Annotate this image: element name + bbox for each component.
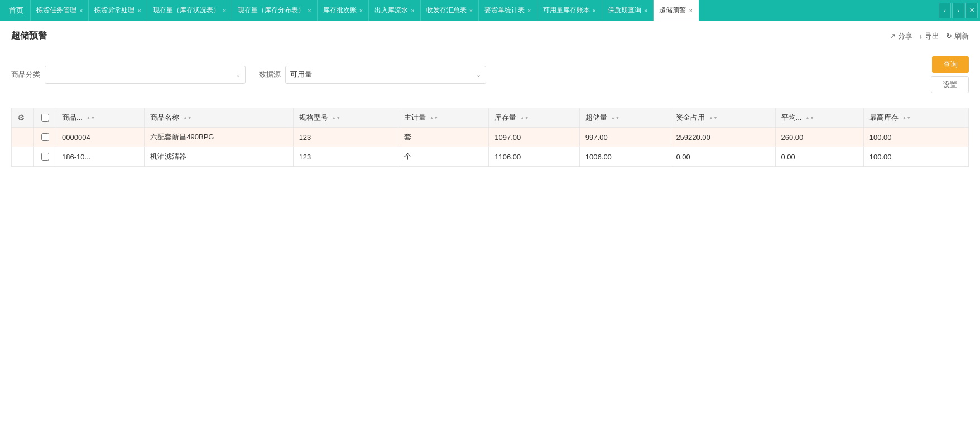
col-gear-header[interactable]: ⚙ xyxy=(12,108,34,128)
gear-icon: ⚙ xyxy=(17,113,25,122)
nav-tab-label: 可用量库存账本 xyxy=(543,6,590,15)
refresh-label: 刷新 xyxy=(954,31,969,41)
cell-spec: 123 xyxy=(293,128,398,147)
select-all-checkbox[interactable] xyxy=(41,114,49,122)
close-tab-icon[interactable]: × xyxy=(137,7,141,14)
table-row: 186-10... 机油滤清器 123 个 1106.00 1006.00 0.… xyxy=(12,147,969,167)
sort-icon6: ▲▼ xyxy=(611,116,619,120)
table-header-row: ⚙ 商品... ▲▼ 商品名称 ▲▼ 规格型号 ▲▼ xyxy=(12,108,969,128)
nav-next-btn[interactable]: › xyxy=(952,3,964,18)
cell-unit: 套 xyxy=(398,128,489,147)
close-tab-icon[interactable]: × xyxy=(644,7,647,14)
cell-avg: 0.00 xyxy=(775,147,863,167)
nav-tab-label: 出入库流水 xyxy=(374,6,408,15)
refresh-btn[interactable]: ↻ 刷新 xyxy=(946,31,969,41)
nav-tab-label: 收发存汇总表 xyxy=(426,6,467,15)
nav-tab-label: 现存量（库存分布表） xyxy=(238,6,305,15)
nav-home-label: 首页 xyxy=(9,6,23,16)
nav-more-btn[interactable]: ✕ xyxy=(965,3,978,18)
data-table: ⚙ 商品... ▲▼ 商品名称 ▲▼ 规格型号 ▲▼ xyxy=(11,108,969,167)
category-select[interactable]: ⌄ xyxy=(45,66,246,84)
nav-arrows: ‹ › ✕ xyxy=(939,3,978,18)
sort-icon: ▲▼ xyxy=(86,116,95,120)
page-header: 超储预警 ↗ 分享 ↓ 导出 ↻ 刷新 xyxy=(11,30,969,42)
col-capital-header[interactable]: 资金占用 ▲▼ xyxy=(670,108,775,128)
close-tab-icon[interactable]: × xyxy=(469,7,473,14)
share-btn[interactable]: ↗ 分享 xyxy=(890,31,912,41)
close-tab-icon[interactable]: × xyxy=(79,7,83,14)
nav-tab-[interactable]: 超储预警× xyxy=(654,0,698,21)
chevron-down-icon: ⌄ xyxy=(236,71,241,79)
nav-tab-[interactable]: 拣货异常处理× xyxy=(89,0,147,21)
cell-max-stock: 100.00 xyxy=(863,128,968,147)
table-row: 0000004 六配套新昌490BPG 123 套 1097.00 997.00… xyxy=(12,128,969,147)
cell-stock: 1097.00 xyxy=(489,128,580,147)
cell-product-code: 0000004 xyxy=(56,128,145,147)
nav-home[interactable]: 首页 xyxy=(2,0,31,21)
col-product-code-header[interactable]: 商品... ▲▼ xyxy=(56,108,145,128)
col-unit-header[interactable]: 主计量 ▲▼ xyxy=(398,108,489,128)
sort-icon2: ▲▼ xyxy=(183,116,192,120)
close-tab-icon[interactable]: × xyxy=(689,7,692,14)
cell-overstock: 997.00 xyxy=(579,128,670,147)
nav-tab-[interactable]: 要货单统计表× xyxy=(479,0,537,21)
settings-button[interactable]: 设置 xyxy=(931,76,969,93)
close-tab-icon[interactable]: × xyxy=(359,7,363,14)
close-tab-icon[interactable]: × xyxy=(411,7,414,14)
cell-product-name: 机油滤清器 xyxy=(145,147,293,167)
cell-max-stock: 100.00 xyxy=(863,147,968,167)
datasource-label: 数据源 xyxy=(259,70,281,80)
sort-icon9: ▲▼ xyxy=(902,116,911,120)
cell-product-name: 六配套新昌490BPG xyxy=(145,128,293,147)
nav-tab-[interactable]: 出入库流水× xyxy=(369,0,420,21)
datasource-select[interactable]: 可用量 ⌄ xyxy=(285,66,486,84)
nav-tab-label: 超储预警 xyxy=(659,6,686,15)
datasource-filter: 数据源 可用量 ⌄ xyxy=(259,66,486,84)
nav-tab-label: 要货单统计表 xyxy=(484,6,525,15)
col-stock-header[interactable]: 库存量 ▲▼ xyxy=(489,108,580,128)
nav-tab-[interactable]: 可用量库存账本× xyxy=(537,0,602,21)
chevron-down-icon2: ⌄ xyxy=(476,71,481,79)
top-navigation: 首页 拣货任务管理×拣货异常处理×现存量（库存状况表）×现存量（库存分布表）×库… xyxy=(0,0,980,21)
filter-buttons: 查询 设置 xyxy=(926,56,969,93)
nav-prev-btn[interactable]: ‹ xyxy=(939,3,951,18)
sort-icon4: ▲▼ xyxy=(429,116,438,120)
nav-tab-[interactable]: 保质期查询× xyxy=(602,0,654,21)
row-gear-cell xyxy=(12,147,34,167)
col-max-stock-header[interactable]: 最高库存 ▲▼ xyxy=(863,108,968,128)
export-label: 导出 xyxy=(925,31,939,41)
close-tab-icon[interactable]: × xyxy=(223,7,226,14)
nav-tab-label: 库存批次账 xyxy=(323,6,357,15)
export-icon: ↓ xyxy=(919,32,923,40)
close-tab-icon[interactable]: × xyxy=(308,7,311,14)
sort-icon7: ▲▼ xyxy=(709,116,718,120)
cell-unit: 个 xyxy=(398,147,489,167)
nav-tab-[interactable]: 现存量（库存状况表）× xyxy=(147,0,232,21)
cell-overstock: 1006.00 xyxy=(579,147,670,167)
nav-tab-label: 保质期查询 xyxy=(608,6,641,15)
row-index xyxy=(34,147,56,167)
nav-tab-label: 拣货异常处理 xyxy=(94,6,134,15)
nav-tab-[interactable]: 库存批次账× xyxy=(318,0,369,21)
page-title: 超储预警 xyxy=(11,30,47,42)
col-spec-header[interactable]: 规格型号 ▲▼ xyxy=(293,108,398,128)
page-content: 超储预警 ↗ 分享 ↓ 导出 ↻ 刷新 商品分类 ⌄ 数据源 xyxy=(0,21,980,446)
sort-icon5: ▲▼ xyxy=(520,116,529,120)
close-tab-icon[interactable]: × xyxy=(593,7,596,14)
export-btn[interactable]: ↓ 导出 xyxy=(919,31,940,41)
col-product-name-header[interactable]: 商品名称 ▲▼ xyxy=(145,108,293,128)
row-checkbox[interactable] xyxy=(41,153,49,161)
nav-tab-[interactable]: 现存量（库存分布表）× xyxy=(232,0,317,21)
nav-tab-[interactable]: 收发存汇总表× xyxy=(421,0,479,21)
cell-spec: 123 xyxy=(293,147,398,167)
refresh-icon: ↻ xyxy=(946,32,952,40)
query-button[interactable]: 查询 xyxy=(932,56,969,73)
nav-tab-[interactable]: 拣货任务管理× xyxy=(31,0,89,21)
close-tab-icon[interactable]: × xyxy=(527,7,531,14)
col-overstock-header[interactable]: 超储量 ▲▼ xyxy=(579,108,670,128)
col-checkbox-header[interactable] xyxy=(34,108,56,128)
col-avg-header[interactable]: 平均... ▲▼ xyxy=(775,108,863,128)
sort-icon8: ▲▼ xyxy=(805,116,814,120)
row-checkbox[interactable] xyxy=(41,133,49,141)
nav-tab-label: 拣货任务管理 xyxy=(36,6,76,15)
